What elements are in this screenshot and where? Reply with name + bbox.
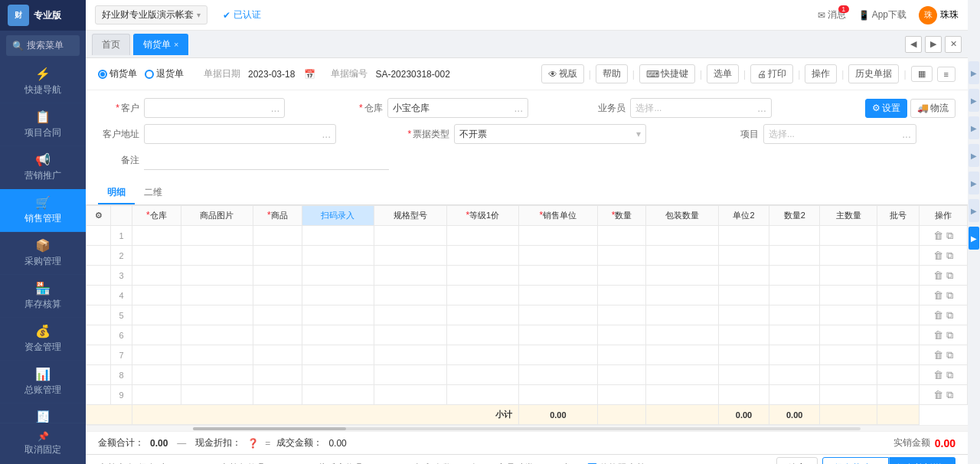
right-panel-icon-6[interactable]: ▶ (969, 199, 979, 222)
row-spec[interactable] (374, 325, 447, 345)
row-warehouse[interactable] (132, 345, 181, 365)
row-sales-unit[interactable] (518, 306, 597, 325)
help-icon[interactable]: ❓ (247, 438, 259, 449)
tab-close-all-button[interactable]: ✕ (945, 36, 962, 53)
tab-detail[interactable]: 明细 (98, 182, 135, 204)
row-product[interactable] (253, 345, 302, 365)
row-quantity[interactable] (597, 306, 646, 325)
row-copy-icon[interactable]: ⧉ (946, 289, 953, 302)
customer-addr-input[interactable]: ... (144, 124, 336, 144)
row-price1[interactable] (446, 266, 518, 286)
row-delete-icon[interactable]: 🗑 (933, 289, 943, 302)
row-product-img[interactable] (181, 246, 253, 266)
row-warehouse[interactable] (132, 266, 181, 286)
row-main-qty[interactable] (820, 385, 877, 405)
row-batch-import[interactable] (302, 246, 374, 266)
row-spec[interactable] (374, 286, 447, 306)
row-warehouse[interactable] (132, 246, 181, 266)
row-main-qty[interactable] (820, 226, 877, 246)
row-batch[interactable] (877, 246, 920, 266)
row-delete-icon[interactable]: 🗑 (933, 270, 943, 282)
tab-close-icon[interactable]: × (174, 40, 178, 49)
row-spec[interactable] (374, 345, 447, 365)
save-new-button[interactable]: 保存并新增 ▾ (889, 457, 956, 464)
row-price1[interactable] (446, 226, 518, 246)
row-copy-icon[interactable]: ⧉ (946, 309, 953, 322)
select-button[interactable]: 选单 (707, 64, 739, 83)
row-unit2[interactable] (718, 226, 769, 246)
row-unit2[interactable] (718, 306, 769, 325)
warehouse-input[interactable]: 小宝仓库 ... (387, 98, 528, 118)
row-delete-icon[interactable]: 🗑 (933, 369, 943, 381)
row-quantity[interactable] (597, 365, 646, 385)
print-button[interactable]: 🖨 打印 (750, 64, 793, 83)
row-delete-icon[interactable]: 🗑 (933, 389, 943, 401)
tab-prev-button[interactable]: ◀ (905, 36, 922, 53)
row-pack-qty[interactable] (646, 246, 719, 266)
setup-button[interactable]: ⚙ 设置 (865, 99, 907, 118)
row-sales-unit[interactable] (518, 226, 597, 246)
row-qty2[interactable] (769, 306, 820, 325)
row-pack-qty[interactable] (646, 325, 719, 345)
row-expand[interactable] (87, 306, 111, 325)
row-quantity[interactable] (597, 266, 646, 286)
row-price1[interactable] (446, 345, 518, 365)
row-product[interactable] (253, 325, 302, 345)
row-copy-icon[interactable]: ⧉ (946, 369, 953, 381)
user-avatar[interactable]: 珠 珠珠 (919, 6, 959, 25)
tab-2d[interactable]: 二维 (135, 182, 172, 204)
scrollbar-thumb[interactable] (193, 427, 346, 430)
horizontal-scrollbar[interactable] (86, 425, 968, 431)
row-batch[interactable] (877, 306, 920, 325)
row-expand[interactable] (87, 246, 111, 266)
row-copy-icon[interactable]: ⧉ (946, 349, 953, 361)
row-batch[interactable] (877, 365, 920, 385)
row-main-qty[interactable] (820, 345, 877, 365)
row-product[interactable] (253, 365, 302, 385)
row-pack-qty[interactable] (646, 266, 719, 286)
sidebar-item-project[interactable]: 📋 项目合同 (0, 103, 86, 146)
row-price1[interactable] (446, 246, 518, 266)
row-sales-unit[interactable] (518, 385, 597, 405)
row-qty2[interactable] (769, 345, 820, 365)
row-product-img[interactable] (181, 365, 253, 385)
sidebar-item-accounting[interactable]: 📊 总账管理 (0, 361, 86, 404)
row-qty2[interactable] (769, 325, 820, 345)
row-delete-icon[interactable]: 🗑 (933, 250, 943, 262)
scrollbar-track[interactable] (193, 427, 861, 430)
row-main-qty[interactable] (820, 306, 877, 325)
row-pack-qty[interactable] (646, 385, 719, 405)
sidebar-item-finance[interactable]: 💰 资金管理 (0, 318, 86, 361)
row-batch[interactable] (877, 286, 920, 306)
row-expand[interactable] (87, 365, 111, 385)
row-main-qty[interactable] (820, 246, 877, 266)
salesperson-dots[interactable]: ... (757, 102, 766, 114)
row-delete-icon[interactable]: 🗑 (933, 329, 943, 341)
row-sales-unit[interactable] (518, 325, 597, 345)
sidebar-item-inventory[interactable]: 🏪 库存核算 (0, 275, 86, 318)
row-pack-qty[interactable] (646, 365, 719, 385)
right-panel-icon-2[interactable]: ▶ (969, 89, 979, 112)
row-batch-import[interactable] (302, 266, 374, 286)
right-panel-icon-1[interactable]: ▶ (969, 61, 979, 84)
th-settings[interactable]: ⚙ (87, 206, 111, 226)
customer-addr-dots[interactable]: ... (322, 128, 331, 140)
company-selector[interactable]: 好业财专业版演示帐套 ▾ (95, 5, 207, 25)
row-qty2[interactable] (769, 385, 820, 405)
row-unit2[interactable] (718, 246, 769, 266)
row-sales-unit[interactable] (518, 345, 597, 365)
row-spec[interactable] (374, 365, 447, 385)
sidebar-item-quick-nav[interactable]: ⚡ 快捷导航 (0, 60, 86, 103)
radio-return-order[interactable]: 退货单 (145, 67, 184, 80)
row-unit2[interactable] (718, 286, 769, 306)
message-button[interactable]: ✉ 消息 1 (818, 8, 846, 21)
row-copy-icon[interactable]: ⧉ (946, 230, 953, 242)
row-price1[interactable] (446, 325, 518, 345)
row-batch-import[interactable] (302, 286, 374, 306)
invoice-select[interactable]: 不开票 ▾ (454, 124, 645, 144)
row-qty2[interactable] (769, 266, 820, 286)
row-expand[interactable] (87, 325, 111, 345)
row-unit2[interactable] (718, 345, 769, 365)
row-product[interactable] (253, 226, 302, 246)
view-button[interactable]: 👁 视版 (541, 64, 584, 83)
